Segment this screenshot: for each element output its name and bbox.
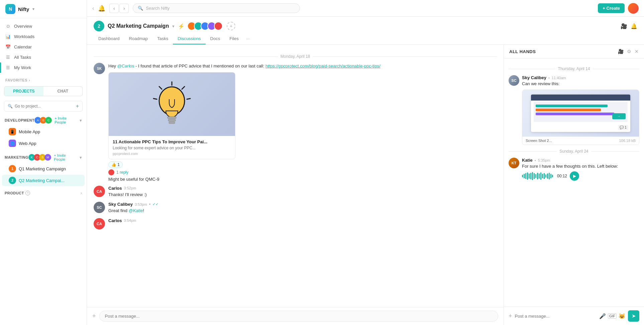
attachment-size: 106.18 kB [619, 139, 636, 143]
topbar: ‹ 🔔 ‹ › 🔍 Search Nifty + Create [87, 0, 644, 17]
app-logo: N [5, 4, 15, 14]
sidebar-item-label: Overview [14, 24, 32, 29]
tab-roadmap[interactable]: Roadmap [124, 33, 152, 44]
tab-dashboard[interactable]: Dashboard [94, 33, 124, 44]
sidebar-item-label: All Tasks [14, 55, 31, 60]
tab-discussions[interactable]: Discussions [173, 33, 205, 44]
project-item-web-app[interactable]: 🌐 Web App [2, 138, 85, 149]
tab-files[interactable]: Files [225, 33, 243, 44]
message-author: Sky Calibey [108, 202, 133, 207]
bell-icon[interactable]: 🔔 [98, 5, 105, 12]
app-name: Nifty [18, 6, 29, 12]
project-item-mobile-app[interactable]: 📱 Mobile App [2, 126, 85, 137]
attachment-footer: Screen Shot 2... 106.18 kB [522, 137, 639, 145]
add-project-icon[interactable]: + [76, 103, 79, 109]
search-icon: 🔍 [8, 104, 13, 109]
search-input[interactable] [15, 104, 74, 109]
send-button[interactable]: ➤ [628, 310, 639, 322]
avatar: CA [94, 186, 105, 197]
tab-more[interactable]: ··· [243, 33, 252, 44]
reaction-button[interactable]: 👍 1 [108, 161, 123, 168]
svg-rect-1 [168, 117, 176, 119]
might-be-text: Might be useful for QMC-9 [108, 177, 497, 182]
gif-icon[interactable]: GIF [608, 313, 617, 319]
main: ‹ 🔔 ‹ › 🔍 Search Nifty + Create 2 Q2 Mar… [87, 0, 644, 325]
attachment-image: → 💬 1 [522, 90, 639, 137]
emoji-icon[interactable]: 😺 [619, 313, 625, 319]
expand-icon: › [81, 190, 82, 195]
link-preview-desc: Looking for some expert advice on your P… [113, 146, 231, 150]
allhands-input: + 🎤 GIF 😺 ➤ [504, 307, 644, 325]
marketing-group-header[interactable]: MARKETING K C S M + Invite People ▾ [0, 151, 87, 163]
settings-icon[interactable]: ⚙ [627, 49, 631, 54]
favorites-label[interactable]: FAVORITES › [0, 75, 87, 84]
ah-message-time: 5:35pm [538, 158, 550, 162]
invite-link[interactable]: + Invite People [55, 116, 78, 124]
video-icon[interactable]: 🎥 [621, 23, 627, 29]
avatar: M [44, 154, 51, 161]
add-member-button[interactable]: + [227, 22, 235, 30]
message-row: CA Carlos 3:52pm Thanks! I'll review :) [94, 186, 497, 198]
project-right-icons: 🎥 🔔 [621, 23, 637, 29]
create-button[interactable]: + Create [598, 3, 625, 13]
allhands-message-input[interactable] [515, 314, 597, 319]
reply-row: 1 reply [108, 169, 497, 175]
allhands-feed: Thursday, April 14 SC Sky Calibey • 11:4… [504, 58, 644, 307]
chat-tab[interactable]: CHAT [43, 87, 83, 96]
product-group-header[interactable]: PRODUCT ? › [0, 188, 87, 197]
project-item-q1-marketing[interactable]: 1 Q1 Marketing Campaign [2, 163, 85, 174]
ah-message-row: SC Sky Calibey • 11:40am Can we review t… [509, 75, 639, 145]
message-header: Sky Calibey 3:53pm • ✓✓ [108, 202, 497, 207]
message-body: Hey @Carlos - I found that article of PP… [108, 63, 497, 182]
sidebar-item-workloads[interactable]: 📊 Workloads [0, 31, 87, 42]
collapse-sidebar-button[interactable]: ‹ [92, 5, 94, 11]
sidebar-item-all-tasks[interactable]: ☰ All Tasks [0, 52, 87, 62]
mic-icon[interactable]: 🎤 [599, 313, 606, 319]
reply-link[interactable]: 1 reply [116, 170, 128, 175]
sidebar-item-calendar[interactable]: 📅 Calendar [0, 42, 87, 52]
allhands-icons: 🎥 ⚙ ✕ [618, 49, 639, 54]
lightning-icon[interactable]: ⚡ [178, 23, 185, 29]
forward-button[interactable]: › [119, 4, 129, 13]
message-text: Hey @Carlos - I found that article of PP… [108, 63, 497, 69]
mention: @Carlos [117, 63, 134, 68]
close-icon[interactable]: ✕ [635, 49, 639, 54]
member-avatar [214, 22, 223, 30]
date-divider: Sunday, April 24 [509, 149, 639, 154]
ah-message-header: Katie • 5:35pm [522, 158, 639, 163]
audio-duration: 00:12 [557, 174, 567, 178]
audio-play-button[interactable]: ▶ [570, 171, 579, 181]
attach-button[interactable]: + [92, 313, 96, 320]
task-link[interactable]: QMC-9 [145, 177, 159, 182]
back-button[interactable]: ‹ [109, 4, 119, 13]
project-item-q2-marketing[interactable]: 2 Q2 Marketing Campai... [2, 175, 85, 186]
message-time: 3:54pm [124, 218, 136, 222]
message-input[interactable] [99, 311, 498, 322]
project-tabs: Dashboard Roadmap Tasks Discussions Docs… [94, 33, 637, 44]
sidebar-item-my-work[interactable]: ☰ My Work [0, 62, 87, 73]
project-badge: 🌐 [9, 140, 16, 147]
tab-tasks[interactable]: Tasks [152, 33, 173, 44]
projects-chat-tabs: PROJECTS CHAT [4, 86, 83, 96]
notification-icon[interactable]: 🔔 [631, 23, 637, 29]
project-title-caret[interactable]: ▾ [172, 24, 175, 29]
tab-docs[interactable]: Docs [206, 33, 225, 44]
ah-message-author: Sky Calibey [522, 75, 546, 80]
nav-arrows: ‹ › [109, 4, 129, 13]
invite-link[interactable]: + Invite People [54, 153, 78, 161]
date-divider: Monday, April 18 [94, 54, 497, 59]
all-tasks-icon: ☰ [5, 55, 11, 60]
development-group-header[interactable]: DEVELOPMENT A B C + Invite People ▾ [0, 114, 87, 126]
attach-button[interactable]: + [509, 313, 512, 320]
projects-tab[interactable]: PROJECTS [4, 87, 43, 96]
message-author: Carlos [108, 218, 122, 223]
sidebar-item-overview[interactable]: ⊙ Overview [0, 21, 87, 31]
date-divider: Thursday, April 14 [509, 66, 639, 71]
message-text: Thanks! I'll review :) [108, 191, 497, 198]
search-bar[interactable]: 🔍 Search Nifty [133, 3, 300, 13]
ah-message-row: KT Katie • 5:35pm For sure I have a few … [509, 158, 639, 183]
video-icon[interactable]: 🎥 [618, 49, 624, 54]
message-link[interactable]: https://ppcprotect.com/blog/paid-search/… [265, 63, 381, 68]
user-avatar[interactable] [628, 3, 639, 14]
message-time: 3:53pm [135, 202, 147, 206]
